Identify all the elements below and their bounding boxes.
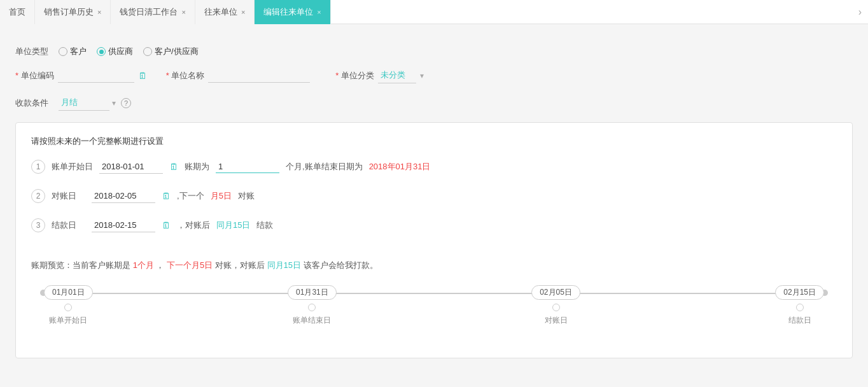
unit-category-value: 未分类 (378, 67, 416, 83)
preview-text: 账期预览：当前客户账期是 1个月 ， 下一个月5日 对账，对账后 同月15日 该… (31, 258, 837, 272)
settings-card: 请按照未来的一个完整帐期进行设置 1 账单开始日 🗓 账期为 个月,账单结束日期… (15, 122, 853, 358)
step1-end-date: 2018年01月31日 (369, 161, 431, 172)
radio-circle-both (143, 47, 152, 56)
step-row-1: 1 账单开始日 🗓 账期为 个月,账单结束日期为 2018年01月31日 (31, 160, 837, 174)
calendar-icon[interactable]: 🗓 (138, 71, 147, 81)
unit-type-radio-group: 客户 供应商 客户/供应商 (59, 46, 199, 57)
timeline-date-3: 02月05日 (531, 285, 580, 300)
payment-terms-select: 月结 ▾ (59, 95, 116, 111)
timeline-date-2: 01月31日 (288, 285, 337, 300)
preview-label: 账期预览：当前客户账期是 (31, 260, 130, 270)
timeline-point-1: 01月01日 账单开始日 (44, 285, 93, 326)
preview-end: 该客户会给我打款。 (304, 260, 378, 270)
step2-suffix: 对账 (238, 190, 255, 202)
step2-highlight: 月5日 (211, 190, 232, 202)
payment-terms-value[interactable]: 月结 (59, 95, 109, 111)
radio-supplier[interactable]: 供应商 (97, 46, 133, 57)
unit-category-dropdown-icon[interactable]: ▾ (420, 71, 424, 80)
step3-suffix: 结款 (256, 220, 273, 231)
radio-both[interactable]: 客户/供应商 (143, 46, 199, 57)
step-num-1: 1 (31, 160, 45, 174)
step3-calendar-icon[interactable]: 🗓 (162, 220, 171, 230)
step2-prefix: ,下一个 (177, 190, 204, 202)
card-instruction: 请按照未来的一个完整帐期进行设置 (31, 136, 837, 147)
timeline-dot-2 (308, 304, 316, 311)
close-icon[interactable]: × (97, 8, 101, 16)
step2-date-input[interactable] (92, 189, 155, 203)
timeline-point-4: 02月15日 结款日 (775, 285, 824, 326)
radio-circle-supplier (97, 47, 106, 56)
unit-type-label: 单位类型 (15, 46, 48, 57)
timeline-label-4: 结款日 (788, 315, 811, 326)
payment-terms-dropdown-icon[interactable]: ▾ (112, 99, 116, 108)
timeline-label-2: 账单结束日 (293, 315, 331, 326)
step1-date-input[interactable] (99, 160, 163, 174)
unit-code-label: 单位编码 (15, 70, 54, 81)
timeline-label-3: 对账日 (545, 315, 568, 326)
timeline-point-2: 01月31日 账单结束日 (288, 285, 337, 326)
preview-mid2: 对账，对账后 (215, 260, 265, 270)
step3-prefix: ，对账后 (177, 220, 210, 231)
tab-cash-work[interactable]: 钱货日清工作台 × (111, 0, 195, 24)
preview-hl1: 1个月 (133, 260, 154, 270)
step-label-1: 账单开始日 (52, 161, 93, 172)
unit-code-group: 单位编码 000001 🗓 (15, 69, 147, 83)
close-icon[interactable]: × (241, 8, 245, 16)
help-icon[interactable]: ? (121, 98, 131, 108)
step-row-3: 3 结款日 🗓 ，对账后 同月15日 结款 (31, 218, 837, 232)
preview-section: 账期预览：当前客户账期是 1个月 ， 下一个月5日 对账，对账后 同月15日 该… (31, 248, 837, 326)
timeline-dot-1 (64, 304, 72, 311)
timeline-dot-3 (552, 304, 560, 311)
step-label-2: 对账日 (52, 190, 76, 202)
timeline-date-4: 02月15日 (775, 285, 824, 300)
payment-terms-label: 收款条件 (15, 97, 48, 109)
step-num-3: 3 (31, 218, 45, 232)
step-row-2: 2 对账日 🗓 ,下一个 月5日 对账 (31, 189, 837, 203)
preview-hl2: 下一个月5日 (167, 260, 213, 270)
payment-terms-row: 收款条件 月结 ▾ ? (15, 95, 853, 111)
preview-sep1: ， (156, 260, 164, 270)
tabs-more-button[interactable]: › (852, 6, 868, 18)
timeline-points: 01月01日 账单开始日 01月31日 账单结束日 02月05日 对账 (44, 285, 824, 326)
timeline-date-1: 01月01日 (44, 285, 93, 300)
step1-period-input[interactable] (216, 160, 279, 173)
step1-calendar-icon[interactable]: 🗓 (169, 162, 178, 172)
preview-hl3: 同月15日 (267, 260, 301, 270)
unit-code-input[interactable]: 000001 (58, 69, 134, 83)
unit-info-row: 单位编码 000001 🗓 单位名称 河南供应商22 单位分类 未分类 ▾ (15, 67, 853, 83)
main-content: 单位类型 客户 供应商 客户/供应商 单位编码 000001 🗓 单位名称 河南… (0, 24, 868, 358)
timeline-point-3: 02月05日 对账日 (531, 285, 580, 326)
step1-suffix-before: 账期为 (185, 161, 209, 172)
timeline-container: 01月01日 账单开始日 01月31日 账单结束日 02月05日 对账 (31, 285, 837, 326)
unit-category-group: 单位分类 未分类 ▾ (335, 67, 424, 83)
step1-suffix-after: 个月,账单结束日期为 (286, 161, 363, 172)
unit-name-group: 单位名称 河南供应商22 (166, 69, 311, 83)
step2-calendar-icon[interactable]: 🗓 (162, 191, 171, 201)
timeline-label-1: 账单开始日 (49, 315, 87, 326)
timeline-dot-4 (796, 304, 804, 311)
step-label-3: 结款日 (52, 220, 76, 231)
unit-name-label: 单位名称 (166, 70, 205, 81)
tab-home[interactable]: 首页 (0, 0, 35, 24)
tabs-bar: 首页 销售订单历史 × 钱货日清工作台 × 往来单位 × 编辑往来单位 × › (0, 0, 868, 24)
radio-circle-customer (59, 47, 67, 56)
unit-name-input[interactable]: 河南供应商22 (208, 69, 310, 83)
close-icon[interactable]: × (317, 8, 321, 16)
step3-date-input[interactable] (92, 218, 155, 232)
tab-edit-partner[interactable]: 编辑往来单位 × (255, 0, 330, 24)
step3-highlight: 同月15日 (216, 220, 250, 231)
step-num-2: 2 (31, 189, 45, 203)
close-icon[interactable]: × (181, 8, 185, 16)
unit-category-label: 单位分类 (335, 70, 374, 81)
tab-partner[interactable]: 往来单位 × (195, 0, 255, 24)
radio-customer[interactable]: 客户 (59, 46, 87, 57)
unit-type-row: 单位类型 客户 供应商 客户/供应商 (15, 46, 853, 57)
tab-sales-order-history[interactable]: 销售订单历史 × (35, 0, 111, 24)
